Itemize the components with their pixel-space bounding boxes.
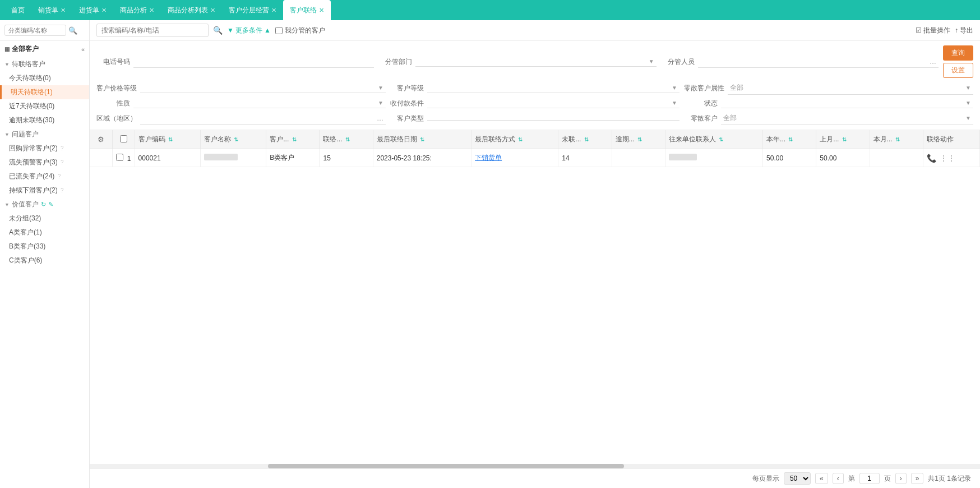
col-this-month-header: 本月... ⇅: [870, 130, 923, 149]
col-checkbox[interactable]: [112, 130, 135, 149]
nav-product-analysis-close[interactable]: ✕: [149, 7, 154, 14]
sidebar-all-customers[interactable]: ▦ 全部客户 «: [0, 41, 89, 57]
sort-name-icon[interactable]: ⇅: [234, 136, 238, 142]
nav-customer-contact-close[interactable]: ✕: [319, 7, 324, 14]
sort-company-contact-icon[interactable]: ⇅: [719, 136, 723, 142]
page-unit: 页: [884, 474, 891, 484]
price-level-caret: ▼: [378, 85, 383, 91]
sort-type-icon[interactable]: ⇅: [292, 136, 297, 142]
per-page-select[interactable]: 50: [784, 472, 811, 485]
row-checkbox[interactable]: [116, 154, 123, 161]
filter-select-gender[interactable]: ▼: [133, 98, 386, 108]
prev-page-btn[interactable]: ‹: [833, 473, 844, 484]
filter-field-payment: 收付款条件 ▼: [390, 98, 679, 108]
adv-filter-row-1: 电话号码 分管部门 ▼ 分管人员 …: [96, 45, 973, 78]
my-customers-checkbox-label[interactable]: 我分管的客户: [275, 26, 325, 35]
sidebar-item-tomorrow-contact[interactable]: 明天待联络(1): [0, 85, 89, 99]
nav-product-analysis-list-close[interactable]: ✕: [210, 7, 215, 14]
sidebar-item-overdue-contact[interactable]: 逾期未联络(30): [0, 113, 89, 127]
nav-home[interactable]: 首页: [4, 0, 31, 20]
last-page-btn[interactable]: »: [911, 473, 924, 484]
sidebar-item-7days-contact[interactable]: 近7天待联络(0): [0, 99, 89, 113]
sidebar-search-icon[interactable]: 🔍: [68, 26, 77, 35]
filter-label-manager: 分管人员: [661, 57, 695, 67]
nav-product-analysis[interactable]: 商品分析 ✕: [113, 0, 161, 20]
filter-input-phone[interactable]: [133, 56, 374, 68]
filter-select-customer-level[interactable]: ▼: [427, 83, 679, 93]
pagination: 每页显示 50 « ‹ 第 页 › » 共1页 1条记录: [90, 468, 980, 488]
sort-date-icon[interactable]: ⇅: [420, 136, 424, 142]
nav-purchase-order-close[interactable]: ✕: [101, 7, 107, 14]
row-action: 📞 ⋮⋮: [923, 149, 979, 167]
sidebar-item-a-class[interactable]: A类客户(1): [0, 225, 89, 240]
nav-sales-order[interactable]: 销货单 ✕: [31, 0, 72, 20]
select-all-checkbox[interactable]: [120, 135, 127, 142]
nav-customer-segment[interactable]: 客户分层经营 ✕: [222, 0, 283, 20]
settings-btn[interactable]: 设置: [943, 63, 973, 78]
sidebar-item-unclassified[interactable]: 未分组(32): [0, 211, 89, 225]
filter-select-area[interactable]: …: [140, 113, 386, 125]
filter-select-price-level[interactable]: ▼: [140, 83, 386, 93]
nav-customer-segment-close[interactable]: ✕: [271, 7, 276, 14]
filter-phone-input[interactable]: [136, 58, 372, 66]
filter-select-status[interactable]: ▼: [721, 98, 973, 108]
action-icons: 📞 ⋮⋮: [927, 154, 976, 163]
sidebar-item-c-class[interactable]: C类客户(6): [0, 254, 89, 268]
filter-select-retail-customer[interactable]: 全部 ▼: [721, 112, 973, 125]
sort-overdue-icon[interactable]: ⇅: [637, 136, 642, 142]
filter-label-retail-attr: 零散客户属性: [684, 84, 724, 93]
value-edit-icon[interactable]: ✎: [48, 201, 53, 208]
query-btn[interactable]: 查询: [943, 45, 973, 61]
page-input[interactable]: [859, 473, 880, 484]
filter-field-price-level: 客户价格等级 ▼: [96, 83, 386, 93]
filter-label-retail-customer: 零散客户: [684, 114, 718, 123]
sort-this-year-icon[interactable]: ⇅: [788, 136, 793, 142]
col-settings[interactable]: ⚙: [90, 130, 112, 149]
scrollbar-track[interactable]: [90, 464, 980, 468]
sort-type2-icon[interactable]: ⇅: [518, 136, 523, 142]
filter-search-input[interactable]: [96, 24, 209, 37]
sidebar-item-declining[interactable]: 持续下滑客户(2) ?: [0, 183, 89, 197]
sidebar: 🔍 ▦ 全部客户 « 待联络客户 今天待联络(0) 明天待联络(1) 近7天待联…: [0, 20, 90, 488]
filter-select-payment[interactable]: ▼: [427, 98, 679, 108]
retail-customer-caret: ▼: [965, 115, 971, 121]
filter-select-manager[interactable]: …: [698, 56, 939, 68]
sidebar-item-churned[interactable]: 已流失客户(24) ?: [0, 169, 89, 183]
sidebar-item-today-contact[interactable]: 今天待联络(0): [0, 71, 89, 85]
col-last-month-header: 上月... ⇅: [816, 130, 870, 149]
filter-label-phone: 电话号码: [96, 57, 130, 67]
more-action-icon[interactable]: ⋮⋮: [940, 154, 955, 163]
col-last-contact-type-header: 最后联络方式 ⇅: [471, 130, 558, 149]
sort-this-month-icon[interactable]: ⇅: [895, 136, 900, 142]
next-page-btn[interactable]: ›: [895, 473, 907, 484]
col-settings-icon[interactable]: ⚙: [98, 135, 104, 144]
nav-purchase-order[interactable]: 进货单 ✕: [72, 0, 113, 20]
nav-product-analysis-list[interactable]: 商品分析列表 ✕: [161, 0, 222, 20]
row-last-contact-type-link[interactable]: 下销货单: [475, 154, 502, 162]
sort-not-contacted-icon[interactable]: ⇅: [584, 136, 589, 142]
scrollbar-thumb[interactable]: [268, 464, 624, 468]
sidebar-item-churn-warning[interactable]: 流失预警客户(3) ?: [0, 155, 89, 169]
first-page-btn[interactable]: «: [815, 473, 828, 484]
filter-more-conditions-btn[interactable]: ▼ 更多条件 ▲: [227, 26, 271, 35]
area-more-dots[interactable]: …: [377, 114, 383, 122]
sidebar-item-repurchase-abnormal[interactable]: 回购异常客户(2) ?: [0, 141, 89, 155]
sort-last-month-icon[interactable]: ⇅: [842, 136, 847, 142]
value-refresh-icon[interactable]: ↻: [41, 201, 46, 208]
filter-select-customer-type[interactable]: [427, 117, 679, 121]
sidebar-item-b-class[interactable]: B类客户(33): [0, 240, 89, 254]
filter-select-retail-attr[interactable]: 全部 ▼: [728, 81, 973, 95]
contact-action-icon[interactable]: 📞: [927, 154, 936, 163]
filter-search-btn[interactable]: 🔍: [213, 26, 223, 35]
sidebar-search-input[interactable]: [4, 25, 66, 36]
filter-select-dept[interactable]: ▼: [415, 57, 656, 67]
manager-more-dots[interactable]: …: [930, 58, 936, 66]
batch-ops-btn[interactable]: ☑ 批量操作: [916, 26, 950, 35]
sort-code-icon[interactable]: ⇅: [168, 136, 173, 142]
my-customers-checkbox[interactable]: [275, 27, 283, 34]
nav-sales-order-close[interactable]: ✕: [61, 7, 66, 14]
sort-contact-icon[interactable]: ⇅: [345, 136, 350, 142]
export-btn[interactable]: ↑ 导出: [955, 26, 973, 35]
sidebar-collapse-btn[interactable]: «: [81, 46, 85, 53]
nav-customer-contact[interactable]: 客户联络 ✕: [283, 0, 331, 20]
